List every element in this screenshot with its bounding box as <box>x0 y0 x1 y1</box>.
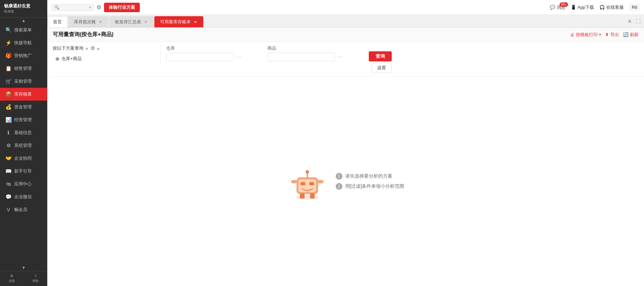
tabbar: 首页库存批次账✕收发存汇总表✕可用量库存账本✕✕ ⛶ <box>47 15 644 28</box>
scheme-item-warehouse-product[interactable]: ⊕ 仓库+商品 <box>53 54 157 63</box>
empty-tip-1: 1 请先选择要分析的方案 <box>336 173 405 180</box>
sidebar-label-2: 营销推广 <box>14 53 32 59</box>
sidebar-item-采购管理[interactable]: 🛒采购管理 <box>0 75 47 88</box>
sidebar-items: 🔍搜索菜单⚡快捷导航🎁营销推广📋销售管理🛒采购管理📦库存核算💰资金管理📊经营管理… <box>0 24 47 265</box>
export-button[interactable]: ⬆ 导出 <box>605 32 619 38</box>
sidebar-settings-btn[interactable]: ⚙设置 <box>9 274 15 283</box>
sidebar-icon-1: ⚡ <box>5 40 11 46</box>
product-input[interactable] <box>267 53 335 61</box>
tab-3[interactable]: 可用量库存账本✕ <box>154 16 203 27</box>
svg-rect-3 <box>301 182 305 185</box>
topbar-right: 💬 消息 99+ 📱 App下载 🎧 在线客服 Rit <box>550 4 640 11</box>
sidebar-icon-14: V <box>5 207 11 212</box>
page-title: 可用量查询(按仓库+商品) <box>53 31 113 38</box>
sidebar-item-系统管理[interactable]: ⚙系统管理 <box>0 139 47 152</box>
sidebar-item-畅会员[interactable]: V畅会员 <box>0 203 47 216</box>
tip-1-number: 1 <box>336 173 342 180</box>
sidebar-item-营销推广[interactable]: 🎁营销推广 <box>0 49 47 62</box>
tab-2[interactable]: 收发存汇总表✕ <box>109 16 154 27</box>
product-more-btn[interactable]: ··· <box>337 54 342 60</box>
query-button[interactable]: 查询 <box>369 51 392 61</box>
sidebar-icon-2: 🎁 <box>5 53 11 59</box>
empty-state: 1 请先选择要分析的方案 2 用[过滤]条件来缩小分析范围 <box>47 77 644 286</box>
svg-point-0 <box>295 196 319 200</box>
chevron-down-icon: ▾ <box>89 5 91 9</box>
search-icon: 🔍 <box>54 5 59 10</box>
warehouse-label: 仓库 <box>166 45 261 51</box>
close-all-tabs-btn[interactable]: ✕ <box>627 18 632 24</box>
gear-icon[interactable]: ⚙ <box>97 4 101 10</box>
phone-icon: 📱 <box>571 5 576 10</box>
sidebar-scroll-down[interactable]: ▼ <box>0 265 47 271</box>
page-header: 可用量查询(按仓库+商品) 🖨 按模板打印 ▾ ⬆ 导出 🔄 刷新 <box>47 28 644 42</box>
sidebar-item-经营管理[interactable]: 📊经营管理 <box>0 113 47 126</box>
product-label: 商品 <box>267 45 362 51</box>
tab-0[interactable]: 首页 <box>47 16 68 27</box>
tab-label-1: 库存批次账 <box>74 19 96 25</box>
empty-tip-2: 2 用[过滤]条件来缩小分析范围 <box>336 183 405 190</box>
warehouse-input-row: ··· <box>166 53 261 61</box>
collapse-scheme-btn[interactable]: « <box>97 46 100 51</box>
sidebar-item-新手引导[interactable]: 📖新手引导 <box>0 165 47 178</box>
svg-rect-7 <box>291 180 297 183</box>
filter-area: 仓库 ··· 商品 ··· 查询 设置 <box>161 45 639 73</box>
search-input[interactable] <box>61 5 88 10</box>
topbar-search-box[interactable]: 🔍 ▾ <box>51 4 94 11</box>
online-service-btn[interactable]: 🎧 在线客服 <box>599 4 624 10</box>
tab-close-2[interactable]: ✕ <box>143 20 148 24</box>
user-menu[interactable]: Rit <box>629 4 640 11</box>
printer-icon: 🖨 <box>570 32 574 37</box>
sidebar-icon-13: 💬 <box>5 194 11 200</box>
sidebar-item-基础信息[interactable]: ℹ基础信息 <box>0 126 47 139</box>
sidebar-icon-4: 🛒 <box>5 78 11 84</box>
sidebar-item-应用中心[interactable]: 🛍应用中心 <box>0 178 47 190</box>
tip-2-number: 2 <box>336 183 342 190</box>
sidebar-label-10: 企业协同 <box>14 155 32 161</box>
headset-icon: 🎧 <box>599 5 605 10</box>
scheme-item-label: 仓库+商品 <box>61 56 82 62</box>
sidebar-help-btn[interactable]: ?帮助 <box>32 274 38 283</box>
empty-tips: 1 请先选择要分析的方案 2 用[过滤]条件来缩小分析范围 <box>336 173 405 190</box>
svg-point-6 <box>306 170 309 174</box>
scheme-header-label: 按以下方案查询 <box>53 45 83 51</box>
expand-tabs-btn[interactable]: ⛶ <box>636 19 641 24</box>
tab-close-1[interactable]: ✕ <box>98 20 103 24</box>
sidebar-scroll-up[interactable]: ▲ <box>0 18 47 24</box>
tab-close-3[interactable]: ✕ <box>193 20 198 24</box>
svg-rect-8 <box>317 180 324 183</box>
svg-rect-4 <box>309 182 314 185</box>
warehouse-more-btn[interactable]: ··· <box>236 54 241 60</box>
page-content: 可用量查询(按仓库+商品) 🖨 按模板打印 ▾ ⬆ 导出 🔄 刷新 <box>47 28 644 286</box>
sidebar-label-4: 采购管理 <box>14 78 32 84</box>
sidebar-icon-6: 💰 <box>5 104 11 110</box>
main-area: 🔍 ▾ ⚙ 体验行业方案 💬 消息 99+ 📱 App下载 🎧 在线客服 Rit <box>47 0 644 286</box>
sidebar-item-快捷导航[interactable]: ⚡快捷导航 <box>0 36 47 49</box>
sidebar-item-库存核算[interactable]: 📦库存核算 <box>0 88 47 101</box>
sidebar-item-销售管理[interactable]: 📋销售管理 <box>0 62 47 75</box>
refresh-button[interactable]: 🔄 刷新 <box>623 32 639 38</box>
sidebar-item-搜索菜单[interactable]: 🔍搜索菜单 <box>0 24 47 36</box>
scheme-settings-btn[interactable]: ⚙ <box>91 45 95 51</box>
tab-label-2: 收发存汇总表 <box>115 19 141 25</box>
message-btn[interactable]: 💬 消息 99+ <box>550 4 565 10</box>
app-download-btn[interactable]: 📱 App下载 <box>571 4 594 10</box>
sidebar-icon-5: 📦 <box>5 91 11 97</box>
topbar: 🔍 ▾ ⚙ 体验行业方案 💬 消息 99+ 📱 App下载 🎧 在线客服 Rit <box>47 0 644 15</box>
message-icon: 💬 <box>550 5 555 10</box>
sidebar-item-企业微信[interactable]: 💬企业微信 <box>0 190 47 203</box>
sidebar-label-5: 库存核算 <box>14 91 32 97</box>
warehouse-input[interactable] <box>166 53 234 61</box>
scheme-panel: 按以下方案查询 + ⚙ « ⊕ 仓库+商品 <box>53 45 161 63</box>
sidebar-icon-8: ℹ <box>5 130 11 136</box>
trial-button[interactable]: 体验行业方案 <box>104 3 140 12</box>
add-scheme-btn[interactable]: + <box>85 46 88 51</box>
sidebar-label-13: 企业微信 <box>14 194 32 200</box>
sidebar-label-12: 应用中心 <box>14 181 32 187</box>
app-version: 标准版 <box>4 9 30 14</box>
sidebar-item-企业协同[interactable]: 🤝企业协同 <box>0 152 47 165</box>
sidebar-item-资金管理[interactable]: 💰资金管理 <box>0 101 47 113</box>
print-button[interactable]: 🖨 按模板打印 ▾ <box>570 32 601 38</box>
refresh-icon: 🔄 <box>623 32 628 37</box>
settings-button[interactable]: 设置 <box>371 63 392 73</box>
tab-1[interactable]: 库存批次账✕ <box>68 16 108 27</box>
